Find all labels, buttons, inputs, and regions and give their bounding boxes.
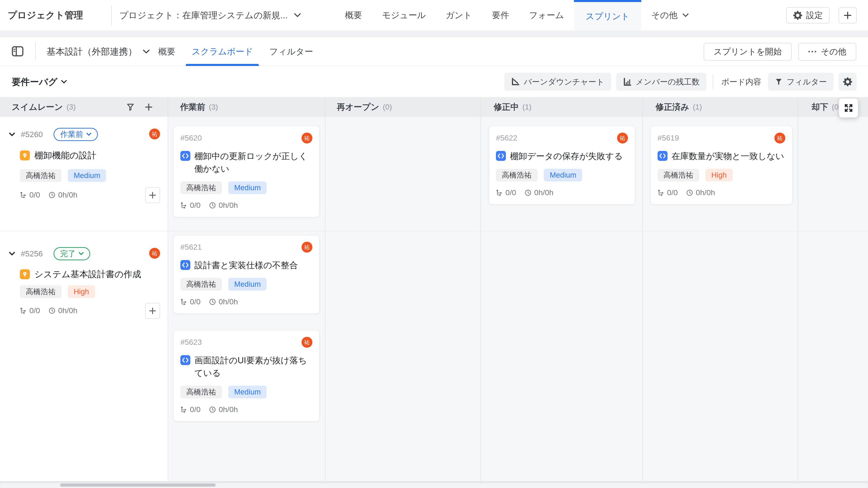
sprint-tab-scrum-board-active[interactable]: スクラムボード <box>192 37 253 66</box>
swimlane-separator <box>0 231 868 231</box>
story-lightbulb-icon <box>20 151 30 160</box>
swimlane-status-pill[interactable]: 完了 <box>54 247 90 260</box>
tab-gantt[interactable]: ガント <box>436 0 482 31</box>
card-id: #5621 <box>180 242 202 252</box>
clock-icon <box>49 307 55 314</box>
swimlane-1-title[interactable]: 棚卸機能の設計 <box>20 149 96 162</box>
funnel-icon <box>127 103 134 111</box>
assignee-tag[interactable]: 高橋浩祐 <box>180 278 222 291</box>
filter-button[interactable]: フィルター <box>768 73 834 91</box>
swimlane-2-title[interactable]: システム基本設計書の作成 <box>20 268 141 281</box>
board-settings-button[interactable] <box>839 73 857 91</box>
add-swimlane-button[interactable] <box>145 97 153 117</box>
assignee-tag[interactable]: 高橋浩祐 <box>180 182 222 194</box>
add-item-button[interactable] <box>145 303 160 319</box>
member-workload-button[interactable]: メンバーの残工数 <box>616 73 706 91</box>
tab-requirements[interactable]: 要件 <box>482 0 519 31</box>
active-tab-underline <box>186 64 259 66</box>
board-card[interactable]: #5622 祐 棚卸データの保存が失敗する 高橋浩祐 Medium 0/0 <box>489 126 635 204</box>
priority-tag[interactable]: Medium <box>228 386 267 398</box>
fullscreen-expand-icon <box>843 103 854 113</box>
subtask-count: 0/0 <box>20 191 40 199</box>
project-selector[interactable]: プロジェクト：在庫管理システムの新規... <box>119 0 301 31</box>
priority-tag[interactable]: Medium <box>228 182 267 194</box>
horizontal-scrollbar-thumb[interactable] <box>60 484 216 487</box>
sprint-more-button[interactable]: その他 <box>798 43 856 61</box>
avatar[interactable]: 祐 <box>302 133 312 143</box>
start-sprint-button[interactable]: スプリントを開始 <box>704 43 792 61</box>
screen: プロジェクト管理 プロジェクト：在庫管理システムの新規... 概要 モジュール … <box>0 0 868 488</box>
sprint-tab-overview[interactable]: 概要 <box>158 37 176 66</box>
subtask-count: 0/0 <box>496 188 516 197</box>
tab-forms[interactable]: フォーム <box>519 0 574 31</box>
assignee-tag[interactable]: 高橋浩祐 <box>180 386 222 398</box>
swimlane-2-header: #5256 完了 <box>9 248 90 260</box>
sprint-tab-filter[interactable]: フィルター <box>269 37 313 66</box>
swimlane-id[interactable]: #5260 <box>21 130 43 139</box>
burndown-chart-icon <box>511 77 520 86</box>
priority-tag[interactable]: High <box>68 285 95 298</box>
subtasks-icon <box>180 298 187 305</box>
avatar[interactable]: 祐 <box>774 133 785 143</box>
avatar[interactable]: 祐 <box>149 248 160 259</box>
sprint-bar: 基本設計（外部連携） 概要 スクラムボード フィルター スプリントを開始 <box>0 37 868 66</box>
chevron-down-icon <box>294 13 301 18</box>
subtasks-icon <box>496 189 503 196</box>
collapse-chevron-icon[interactable] <box>9 133 15 136</box>
app-title: プロジェクト管理 <box>8 0 83 31</box>
clock-icon <box>525 189 531 196</box>
assignee-tag[interactable]: 高橋浩祐 <box>657 169 699 182</box>
sprint-actions: スプリントを開始 その他 <box>704 37 856 66</box>
column-header-row: スイムレーン (3) 作業前 (3) 再オープン (0) <box>0 97 868 117</box>
board-card[interactable]: #5621 祐 設計書と実装仕様の不整合 高橋浩祐 Medium 0/0 <box>174 235 319 314</box>
swimlane-1-footer: 0/0 0h/0h <box>20 191 77 199</box>
sprint-selector[interactable]: 基本設計（外部連携） <box>46 37 150 66</box>
column-header-in-progress: 修正中 (1) <box>494 97 531 117</box>
bar-chart-icon <box>623 77 631 86</box>
swimlane-filter-button[interactable] <box>127 97 134 117</box>
time-log: 0h/0h <box>49 191 77 199</box>
add-item-button[interactable] <box>145 187 160 203</box>
swimlane-id[interactable]: #5256 <box>21 249 43 258</box>
collapse-chevron-icon[interactable] <box>9 252 15 256</box>
avatar[interactable]: 祐 <box>617 133 628 143</box>
top-header: プロジェクト管理 プロジェクト：在庫管理システムの新規... 概要 モジュール … <box>0 0 868 31</box>
time-log: 0h/0h <box>525 188 553 197</box>
avatar[interactable]: 祐 <box>149 129 160 139</box>
priority-tag[interactable]: Medium <box>228 278 267 291</box>
avatar[interactable]: 祐 <box>302 242 312 253</box>
settings-button[interactable]: 設定 <box>786 7 830 24</box>
tab-more[interactable]: その他 <box>641 0 699 31</box>
priority-tag[interactable]: High <box>706 169 733 182</box>
priority-tag[interactable]: Medium <box>68 169 106 182</box>
swimlane-status-pill[interactable]: 作業前 <box>54 128 98 141</box>
chevron-down-icon <box>79 252 84 255</box>
assignee-tag[interactable]: 高橋浩祐 <box>20 285 61 298</box>
board-card[interactable]: #5620 祐 棚卸中の更新ロックが正しく働かない 高橋浩祐 Medium 0/… <box>174 126 319 217</box>
avatar[interactable]: 祐 <box>302 337 312 348</box>
subtask-count: 0/0 <box>657 188 678 197</box>
add-button[interactable] <box>839 7 857 24</box>
subtasks-icon <box>180 202 187 209</box>
burndown-chart-button[interactable]: バーンダウンチャート <box>504 73 611 91</box>
clock-icon <box>49 192 55 198</box>
expand-board-button[interactable] <box>839 98 858 118</box>
sidebar-toggle-button[interactable] <box>11 45 24 58</box>
priority-tag[interactable]: Medium <box>544 169 582 182</box>
tab-overview[interactable]: 概要 <box>335 0 372 31</box>
tab-modules[interactable]: モジュール <box>372 0 436 31</box>
assignee-tag[interactable]: 高橋浩祐 <box>20 169 61 182</box>
board-card[interactable]: #5619 祐 在庫数量が実物と一致しない 高橋浩祐 High 0/0 <box>651 126 792 204</box>
assignee-tag[interactable]: 高橋浩祐 <box>496 169 537 182</box>
header-gap <box>0 31 868 37</box>
sidebar-toggle-icon <box>12 46 24 57</box>
board-card[interactable]: #5623 祐 画面設計のUI要素が抜け落ちている 高橋浩祐 Medium 0/… <box>174 330 319 421</box>
tab-sprint-active[interactable]: スプリント <box>574 0 641 31</box>
clock-icon <box>686 189 693 196</box>
chevron-down-icon <box>86 133 91 136</box>
time-log: 0h/0h <box>686 188 715 197</box>
board-view-selector[interactable]: 要件ーバグ <box>12 66 67 97</box>
column-header-rejected: 却下 (0 <box>811 97 838 117</box>
sprint-bar-divider <box>35 43 36 60</box>
plus-icon <box>149 191 156 199</box>
